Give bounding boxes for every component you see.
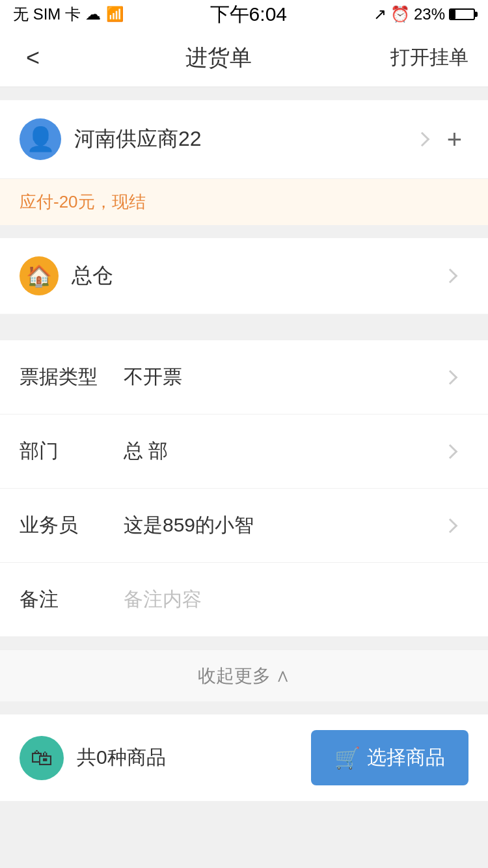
salesperson-value: 这是859的小智	[124, 512, 445, 539]
salesperson-chevron-icon	[443, 518, 458, 533]
status-left: 无 SIM 卡 ☁ 📶	[13, 4, 124, 25]
warehouse-chevron-icon	[443, 269, 458, 284]
invoice-type-label: 票据类型	[20, 364, 98, 390]
department-label: 部门	[20, 438, 98, 465]
supplier-row[interactable]: 👤 河南供应商22 +	[0, 100, 488, 179]
invoice-type-row[interactable]: 票据类型 不开票	[0, 340, 488, 414]
bottom-bar: 🛍 共0种商品 🛒 选择商品	[0, 714, 488, 801]
remark-input[interactable]: 备注内容	[124, 586, 468, 613]
open-pending-button[interactable]: 打开挂单	[390, 44, 468, 71]
wifi-icon: 📶	[106, 6, 124, 23]
divider-3	[0, 314, 488, 327]
department-row[interactable]: 部门 总 部	[0, 414, 488, 489]
form-section: 票据类型 不开票 部门 总 部 业务员 这是859的小智 备注 备注内容	[0, 340, 488, 636]
collapse-bar[interactable]: 收起更多 ∧	[0, 649, 488, 701]
salesperson-label: 业务员	[20, 512, 98, 539]
location-icon: ↗	[373, 5, 386, 23]
department-value: 总 部	[124, 438, 445, 465]
page-title: 进货单	[185, 43, 252, 73]
department-chevron-icon	[443, 444, 458, 459]
status-bar: 无 SIM 卡 ☁ 📶 下午6:04 ↗ ⏰ 23%	[0, 0, 488, 29]
nav-bar: < 进货单 打开挂单	[0, 29, 488, 87]
add-button[interactable]: +	[441, 125, 468, 154]
warehouse-section: 🏠 总仓	[0, 238, 488, 314]
cart-bag-icon: 🛍	[31, 745, 53, 770]
select-goods-label: 选择商品	[367, 744, 445, 771]
warehouse-icon: 🏠	[20, 256, 59, 295]
sim-label: 无 SIM 卡 ☁	[13, 4, 101, 25]
salesperson-row[interactable]: 业务员 这是859的小智	[0, 489, 488, 563]
supplier-notice: 应付-20元，现结	[0, 179, 488, 225]
battery-icon	[449, 8, 475, 20]
invoice-chevron-icon	[443, 370, 458, 385]
alarm-icon: ⏰	[390, 5, 410, 23]
product-count-icon: 🛍	[20, 736, 64, 780]
remark-label: 备注	[20, 586, 98, 613]
supplier-section: 👤 河南供应商22 + 应付-20元，现结	[0, 100, 488, 225]
divider-1	[0, 87, 488, 100]
remark-row[interactable]: 备注 备注内容	[0, 563, 488, 636]
invoice-type-value: 不开票	[124, 364, 445, 390]
back-button[interactable]: <	[20, 38, 46, 78]
warehouse-row[interactable]: 🏠 总仓	[0, 238, 488, 314]
supplier-avatar: 👤	[20, 118, 61, 160]
collapse-label: 收起更多 ∧	[198, 664, 291, 688]
chevron-right-icon	[414, 132, 429, 147]
select-goods-cart-icon: 🛒	[334, 746, 360, 770]
supplier-name: 河南供应商22	[74, 125, 417, 154]
status-right: ↗ ⏰ 23%	[373, 5, 475, 23]
select-goods-button[interactable]: 🛒 选择商品	[311, 730, 468, 785]
product-count-text: 共0种商品	[77, 744, 311, 771]
battery-percent: 23%	[414, 5, 445, 23]
warehouse-name: 总仓	[72, 262, 445, 290]
avatar-icon: 👤	[26, 126, 55, 153]
divider-2	[0, 225, 488, 238]
status-time: 下午6:04	[210, 1, 287, 28]
